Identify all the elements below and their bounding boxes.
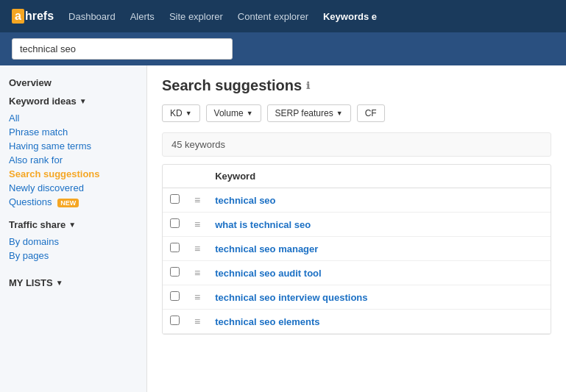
filters-row: KD ▼ Volume ▼ SERP features ▼ CF (162, 104, 551, 122)
filter-cf[interactable]: CF (357, 104, 385, 122)
traffic-share-chevron: ▼ (68, 221, 76, 229)
logo[interactable]: a hrefs (12, 9, 54, 24)
table-row: ≡ technical seo manager (163, 237, 551, 261)
info-icon[interactable]: ℹ (306, 80, 310, 91)
page-title: Search suggestions ℹ (162, 77, 551, 94)
sidebar-item-phrase-match[interactable]: Phrase match (9, 125, 138, 139)
row-menu-icon[interactable]: ≡ (194, 194, 200, 206)
row-icon-cell: ≡ (187, 188, 208, 213)
sidebar-overview[interactable]: Overview (9, 77, 138, 88)
row-keyword-cell: what is technical seo (208, 213, 551, 237)
row-checkbox-cell (163, 261, 187, 285)
sidebar-my-lists: MY LISTS ▼ (9, 277, 138, 288)
sidebar-item-questions[interactable]: Questions NEW (9, 195, 138, 209)
row-checkbox[interactable] (170, 291, 180, 301)
row-checkbox[interactable] (170, 316, 180, 325)
keyword-link[interactable]: technical seo manager (215, 243, 318, 254)
sidebar: Overview Keyword ideas ▼ All Phrase matc… (0, 65, 147, 392)
row-menu-icon[interactable]: ≡ (194, 267, 200, 279)
keyword-link[interactable]: technical seo audit tool (215, 268, 321, 279)
sidebar-item-all[interactable]: All (9, 111, 138, 125)
row-icon-cell: ≡ (187, 237, 208, 261)
nav-dashboard[interactable]: Dashboard (68, 11, 116, 22)
keyword-link[interactable]: technical seo interview questions (215, 292, 367, 303)
new-badge: NEW (57, 199, 79, 207)
row-checkbox[interactable] (170, 194, 180, 204)
my-lists-chevron: ▼ (56, 279, 63, 287)
keyword-link[interactable]: what is technical seo (215, 219, 311, 230)
my-lists-title[interactable]: MY LISTS ▼ (9, 277, 138, 288)
row-checkbox-cell (163, 188, 187, 213)
row-checkbox-cell (163, 213, 187, 237)
row-checkbox-cell (163, 237, 187, 261)
table-row: ≡ technical seo interview questions (163, 285, 551, 310)
sidebar-item-also-rank-for[interactable]: Also rank for (9, 153, 138, 167)
table-row: ≡ what is technical seo (163, 213, 551, 237)
table-header-row: Keyword (163, 165, 551, 188)
kd-chevron: ▼ (185, 110, 192, 117)
nav-keywords-explorer[interactable]: Keywords e (323, 11, 377, 22)
nav-content-explorer[interactable]: Content explorer (238, 11, 308, 22)
sidebar-item-by-domains[interactable]: By domains (9, 235, 138, 249)
top-nav: a hrefs Dashboard Alerts Site explorer C… (0, 0, 566, 32)
sidebar-item-search-suggestions[interactable]: Search suggestions (9, 167, 138, 181)
sidebar-keyword-ideas[interactable]: Keyword ideas ▼ (9, 96, 138, 107)
row-keyword-cell: technical seo manager (208, 237, 551, 261)
row-keyword-cell: technical seo (208, 188, 551, 213)
table-row: ≡ technical seo elements (163, 310, 551, 334)
table-header-checkbox (163, 165, 187, 188)
row-keyword-cell: technical seo elements (208, 310, 551, 334)
keywords-table-wrapper: Keyword ≡ technical seo ≡ what (162, 164, 551, 335)
row-menu-icon[interactable]: ≡ (194, 316, 200, 327)
row-checkbox-cell (163, 285, 187, 310)
keyword-link[interactable]: technical seo (215, 195, 275, 206)
row-icon-cell: ≡ (187, 285, 208, 310)
table-row: ≡ technical seo audit tool (163, 261, 551, 285)
nav-site-explorer[interactable]: Site explorer (169, 11, 223, 22)
row-keyword-cell: technical seo audit tool (208, 261, 551, 285)
volume-chevron: ▼ (247, 110, 253, 117)
table-row: ≡ technical seo (163, 188, 551, 213)
main-layout: Overview Keyword ideas ▼ All Phrase matc… (0, 65, 566, 392)
row-icon-cell: ≡ (187, 310, 208, 334)
logo-a-letter: a (12, 9, 24, 24)
row-checkbox-cell (163, 310, 187, 334)
keyword-ideas-chevron: ▼ (79, 97, 87, 105)
filter-kd[interactable]: KD ▼ (162, 104, 200, 122)
logo-text: hrefs (25, 10, 54, 23)
keyword-link[interactable]: technical seo elements (215, 316, 319, 327)
row-checkbox[interactable] (170, 218, 180, 228)
row-menu-icon[interactable]: ≡ (194, 291, 200, 303)
table-header-icon (187, 165, 208, 188)
serp-chevron: ▼ (336, 110, 343, 117)
filter-volume[interactable]: Volume ▼ (206, 104, 261, 122)
nav-alerts[interactable]: Alerts (130, 11, 155, 22)
sidebar-item-by-pages[interactable]: By pages (9, 249, 138, 263)
keywords-table: Keyword ≡ technical seo ≡ what (163, 165, 551, 334)
sidebar-traffic-share[interactable]: Traffic share ▼ (9, 219, 138, 230)
row-keyword-cell: technical seo interview questions (208, 285, 551, 310)
nav-items: Dashboard Alerts Site explorer Content e… (68, 11, 377, 22)
row-menu-icon[interactable]: ≡ (194, 243, 200, 254)
search-bar (0, 32, 566, 65)
keywords-count: 45 keywords (162, 132, 551, 157)
row-icon-cell: ≡ (187, 213, 208, 237)
main-content: Search suggestions ℹ KD ▼ Volume ▼ SERP … (147, 65, 566, 392)
row-checkbox[interactable] (170, 243, 180, 252)
row-checkbox[interactable] (170, 267, 180, 277)
sidebar-item-having-same-terms[interactable]: Having same terms (9, 139, 138, 153)
table-header-keyword: Keyword (208, 165, 551, 188)
row-icon-cell: ≡ (187, 261, 208, 285)
sidebar-item-newly-discovered[interactable]: Newly discovered (9, 181, 138, 195)
filter-serp-features[interactable]: SERP features ▼ (267, 104, 351, 122)
row-menu-icon[interactable]: ≡ (194, 218, 200, 230)
search-input[interactable] (12, 38, 233, 60)
